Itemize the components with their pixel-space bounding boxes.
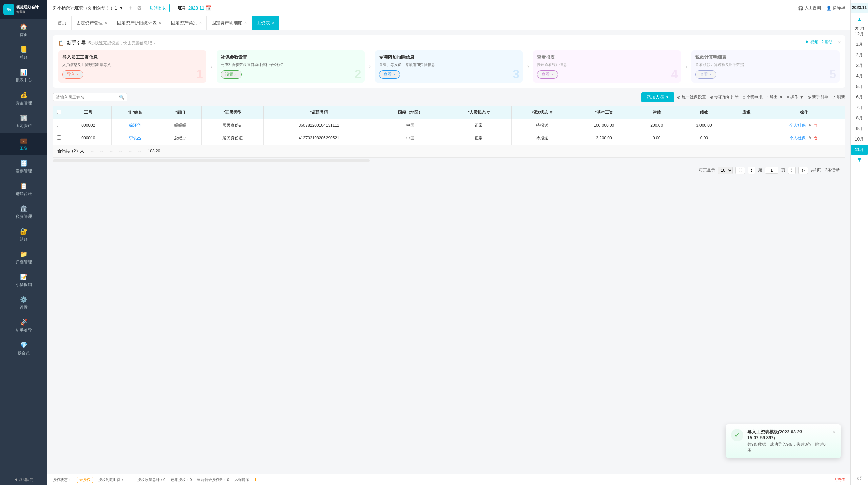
- step-2-button[interactable]: 设置＞: [221, 70, 242, 79]
- sidebar-item-sales-ledger[interactable]: 📋 进销台账: [0, 178, 47, 201]
- sidebar-item-archive[interactable]: 📁 归档管理: [0, 246, 47, 269]
- horizontal-scrollbar[interactable]: [53, 159, 370, 162]
- tab-depreciation-close[interactable]: ×: [159, 21, 161, 25]
- calendar-icon[interactable]: 📅: [206, 5, 211, 11]
- row-1-checkbox[interactable]: [57, 123, 61, 127]
- sidebar-item-settings[interactable]: ⚙️ 设置: [0, 292, 47, 315]
- help-link[interactable]: ? 帮助: [821, 39, 833, 45]
- sidebar-item-fixed-assets[interactable]: 🏢 固定资产: [0, 110, 47, 133]
- month-3[interactable]: 3月: [851, 61, 868, 71]
- charge-link[interactable]: 去充值: [834, 477, 845, 482]
- export-btn[interactable]: ↑ 导出 ▼: [767, 94, 783, 100]
- switch-version-button[interactable]: 切到旧版: [146, 4, 170, 12]
- video-link[interactable]: ▶ 视频: [805, 39, 818, 45]
- per-page-select[interactable]: 10 20 50: [718, 167, 733, 174]
- status-filter-icon[interactable]: ▽: [487, 111, 490, 114]
- current-page-input[interactable]: [765, 167, 778, 174]
- footer-dash-2: --: [100, 149, 103, 153]
- month-8[interactable]: 8月: [851, 113, 868, 123]
- tab-asset-category-close[interactable]: ×: [199, 21, 202, 25]
- account-selector[interactable]: 刘小艳演示账套（勿删勿动！）1 ▼: [53, 5, 123, 11]
- add-account-icon[interactable]: ＋: [127, 4, 133, 12]
- row-2-checkbox[interactable]: [57, 135, 61, 140]
- year-down-arrow[interactable]: ▼: [855, 155, 864, 164]
- tab-asset-category[interactable]: 固定资产类别 ×: [166, 16, 207, 30]
- sidebar-item-guide[interactable]: 🚀 新手引导: [0, 315, 47, 337]
- sidebar-item-vip[interactable]: 💎 畅会员: [0, 337, 47, 360]
- sidebar-item-funds[interactable]: 💰 资金管理: [0, 87, 47, 110]
- action-edit-icon-2[interactable]: ✎: [808, 136, 812, 141]
- social-insurance-btn[interactable]: ⊙ 统一社保设置: [677, 94, 706, 100]
- step-1-button[interactable]: 导入＞: [62, 70, 83, 79]
- tab-fixed-assets-close[interactable]: ×: [105, 21, 107, 25]
- sidebar-item-ledger[interactable]: 📒 总账: [0, 42, 47, 64]
- action-edit-icon-1[interactable]: ✎: [808, 123, 812, 128]
- operations-btn[interactable]: ≡ 操作 ▼: [787, 94, 804, 100]
- sidebar-item-expense[interactable]: 📝 小畅报销: [0, 269, 47, 292]
- sidebar-item-payroll[interactable]: 💼 工资: [0, 133, 47, 155]
- select-all-checkbox[interactable]: [57, 110, 61, 114]
- step-5-num: 5: [829, 67, 836, 81]
- export-dropdown-icon: ▼: [779, 95, 783, 100]
- tab-depreciation[interactable]: 固定资产折旧统计表 ×: [112, 16, 166, 30]
- action-delete-icon-2[interactable]: 🗑: [814, 136, 818, 141]
- year-up-arrow[interactable]: ▲: [855, 15, 864, 24]
- settings-gear-icon[interactable]: ⚙: [137, 5, 142, 11]
- onboarding-title: 📋 新手引导 5步快速完成设置，快去完善信息吧～: [58, 40, 840, 46]
- auth-status-badge: 未授权: [77, 477, 93, 483]
- month-10[interactable]: 10月: [851, 134, 868, 144]
- user-info-link[interactable]: 👤 徐泽华: [826, 5, 845, 11]
- sidebar-item-home[interactable]: 🏠 首页: [0, 19, 47, 42]
- tab-home[interactable]: 首页: [53, 16, 72, 30]
- action-social-2[interactable]: 个人社保: [789, 136, 806, 141]
- next-page-button[interactable]: ⟩: [788, 167, 796, 174]
- tab-asset-detail[interactable]: 固定资产明细账 ×: [207, 16, 252, 30]
- tab-payroll-close[interactable]: ×: [272, 21, 274, 25]
- tab-payroll[interactable]: 工资表 ×: [252, 16, 279, 30]
- sidebar-item-settings-label: 设置: [20, 305, 28, 311]
- account-dropdown-icon: ▼: [119, 5, 123, 11]
- sidebar-item-invoice[interactable]: 🧾 发票管理: [0, 155, 47, 178]
- ai-service-link[interactable]: 🎧 人工咨询: [798, 5, 821, 11]
- special-deduction-btn[interactable]: ⊕ 专项附加扣除: [710, 94, 739, 100]
- action-social-1[interactable]: 个人社保: [789, 123, 806, 128]
- month-2[interactable]: 2月: [851, 50, 868, 60]
- tab-fixed-assets[interactable]: 固定资产管理 ×: [72, 16, 112, 30]
- new-guide-btn[interactable]: ⊙ 新手引导: [808, 94, 828, 100]
- emp-name-link-1[interactable]: 徐泽华: [129, 123, 141, 128]
- month-11[interactable]: 11月: [851, 145, 868, 155]
- add-employee-button[interactable]: 添加人员 ▼: [641, 92, 674, 102]
- panel-refresh-icon[interactable]: ↺: [857, 475, 862, 482]
- sort-icon[interactable]: ⇅: [128, 110, 131, 115]
- emp-name-link-2[interactable]: 李俊杰: [129, 136, 141, 141]
- month-4[interactable]: 4月: [851, 71, 868, 81]
- month-6[interactable]: 6月: [851, 92, 868, 102]
- sidebar-item-tax[interactable]: 🏛️ 税务管理: [0, 201, 47, 224]
- month-1[interactable]: 1月: [851, 40, 868, 50]
- refresh-btn[interactable]: ↺ 刷新: [832, 94, 845, 100]
- search-icon[interactable]: 🔍: [119, 95, 124, 100]
- last-page-button[interactable]: ⟩⟩: [798, 167, 808, 174]
- month-7[interactable]: 7月: [851, 103, 868, 113]
- tax-declare-btn[interactable]: □ 个税申报: [743, 94, 763, 100]
- step-4-button[interactable]: 查看＞: [537, 70, 558, 79]
- cancel-fixed-btn[interactable]: ◀ 取消固定: [0, 474, 47, 485]
- vip-icon: 💎: [20, 341, 27, 349]
- sidebar-item-closing[interactable]: 🔐 结账: [0, 224, 47, 246]
- toast-close-button[interactable]: ×: [833, 429, 835, 434]
- month-9[interactable]: 9月: [851, 124, 868, 134]
- step-5-button[interactable]: 查看＞: [695, 70, 716, 79]
- refresh-label: 刷新: [837, 94, 845, 100]
- report-filter-icon[interactable]: ▽: [550, 111, 552, 114]
- search-input[interactable]: [56, 95, 118, 100]
- first-page-button[interactable]: ⟨⟨: [735, 167, 745, 174]
- step-3-button[interactable]: 查看＞: [379, 70, 400, 79]
- month-12[interactable]: 2023 12月: [851, 24, 868, 39]
- month-5[interactable]: 5月: [851, 82, 868, 92]
- action-delete-icon-1[interactable]: 🗑: [814, 123, 818, 128]
- prev-page-button[interactable]: ⟨: [748, 167, 755, 174]
- guide-close-button[interactable]: ×: [838, 39, 841, 45]
- tab-asset-detail-close[interactable]: ×: [244, 21, 247, 25]
- th-emp-id: 工号: [65, 106, 112, 119]
- sidebar-item-reports[interactable]: 📊 报表中心: [0, 64, 47, 87]
